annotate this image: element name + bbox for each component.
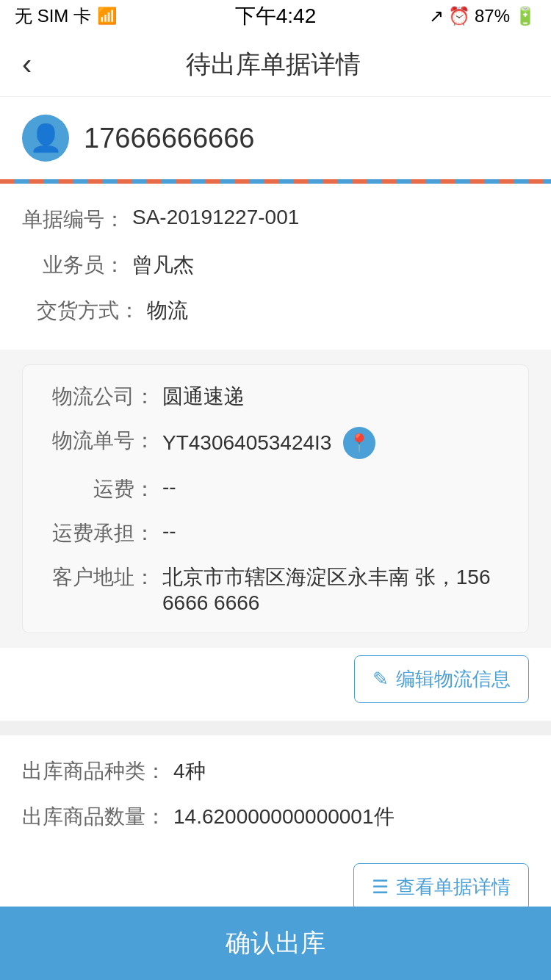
section-divider [0, 721, 551, 735]
tracking-value-container: YT43064053424I3 📍 [162, 427, 514, 459]
delivery-method-value: 物流 [147, 297, 529, 325]
carrier-text: 无 SIM 卡 [15, 4, 91, 28]
logistics-company-label: 物流公司： [37, 383, 155, 411]
order-number-row: 单据编号： SA-20191227-001 [22, 206, 529, 234]
battery-text: 87% [475, 6, 510, 26]
logistics-company-row: 物流公司： 圆通速递 [37, 383, 514, 411]
alarm-icon: ⏰ [448, 6, 470, 26]
freight-bearer-label: 运费承担： [37, 519, 155, 547]
page-title: 待出库单据详情 [46, 48, 500, 82]
freight-label: 运费： [37, 475, 155, 503]
freight-bearer-value: -- [162, 519, 514, 543]
location-icon: ↗ [429, 6, 444, 26]
sales-person-label: 业务员： [22, 251, 125, 279]
order-number-label: 单据编号： [22, 206, 125, 234]
wifi-icon: 📶 [97, 7, 117, 26]
location-pin-button[interactable]: 📍 [343, 427, 375, 459]
freight-row: 运费： -- [37, 475, 514, 503]
battery-icon: 🔋 [514, 6, 536, 26]
edit-logistics-button[interactable]: ✎ 编辑物流信息 [354, 655, 529, 703]
status-right: ↗ ⏰ 87% 🔋 [429, 6, 536, 26]
address-label: 客户地址： [37, 563, 155, 591]
delivery-method-label: 交货方式： [22, 297, 140, 325]
product-type-label: 出库商品种类： [22, 757, 166, 785]
status-time: 下午4:42 [235, 2, 317, 30]
confirm-outbound-label: 确认出库 [226, 926, 325, 960]
edit-icon: ✎ [372, 668, 389, 691]
customer-phone: 17666666666 [84, 123, 254, 154]
logistics-card: 物流公司： 圆通速递 物流单号： YT43064053424I3 📍 运费： -… [22, 364, 529, 633]
address-value: 北京市市辖区海淀区永丰南 张，156 6666 6666 [162, 563, 514, 615]
view-details-label: 查看单据详情 [396, 874, 511, 900]
nav-bar: ‹ 待出库单据详情 [0, 32, 551, 97]
back-button[interactable]: ‹ [22, 40, 46, 88]
product-quantity-value: 14.620000000000001件 [173, 803, 395, 831]
freight-value: -- [162, 475, 514, 499]
person-icon: 👤 [29, 123, 62, 154]
product-type-row: 出库商品种类： 4种 [22, 757, 529, 785]
product-quantity-row: 出库商品数量： 14.620000000000001件 [22, 803, 529, 831]
customer-header: 👤 17666666666 [0, 97, 551, 179]
view-details-button[interactable]: ☰ 查看单据详情 [353, 863, 529, 911]
map-pin-icon: 📍 [348, 433, 370, 453]
tracking-number: YT43064053424I3 [162, 431, 331, 455]
confirm-outbound-button[interactable]: 确认出库 [0, 907, 551, 980]
tracking-label: 物流单号： [37, 427, 155, 455]
delivery-method-row: 交货方式： 物流 [22, 297, 529, 325]
edit-btn-container: ✎ 编辑物流信息 [0, 648, 551, 721]
product-section: 出库商品种类： 4种 出库商品数量： 14.620000000000001件 [0, 735, 551, 856]
order-number-value: SA-20191227-001 [132, 206, 529, 229]
logistics-company-value: 圆通速递 [162, 383, 514, 411]
sales-person-row: 业务员： 曾凡杰 [22, 251, 529, 279]
tracking-row: 物流单号： YT43064053424I3 📍 [37, 427, 514, 459]
freight-bearer-row: 运费承担： -- [37, 519, 514, 547]
product-type-value: 4种 [173, 757, 206, 785]
address-row: 客户地址： 北京市市辖区海淀区永丰南 张，156 6666 6666 [37, 563, 514, 615]
sales-person-value: 曾凡杰 [132, 251, 529, 279]
product-quantity-label: 出库商品数量： [22, 803, 166, 831]
edit-logistics-label: 编辑物流信息 [396, 666, 511, 692]
document-icon: ☰ [372, 876, 389, 898]
status-bar: 无 SIM 卡 📶 下午4:42 ↗ ⏰ 87% 🔋 [0, 0, 551, 32]
status-left: 无 SIM 卡 📶 [15, 4, 117, 28]
order-info-section: 单据编号： SA-20191227-001 业务员： 曾凡杰 交货方式： 物流 [0, 184, 551, 350]
avatar: 👤 [22, 115, 69, 162]
